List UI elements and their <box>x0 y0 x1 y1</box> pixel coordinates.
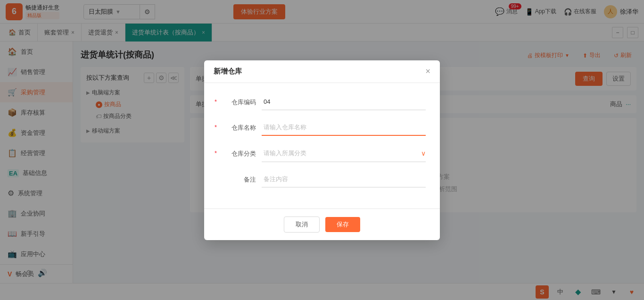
warehouse-name-input[interactable] <box>262 120 426 136</box>
new-warehouse-dialog: 新增仓库 × 仓库编码 仓库名称 仓库分类 ∨ <box>204 60 440 240</box>
warehouse-code-label: 仓库编码 <box>218 98 256 107</box>
warehouse-code-input[interactable] <box>262 94 426 110</box>
warehouse-category-row: 仓库分类 ∨ <box>218 145 426 162</box>
category-chevron-icon[interactable]: ∨ <box>421 150 426 157</box>
dialog-body: 仓库编码 仓库名称 仓库分类 ∨ 备注 <box>204 83 440 208</box>
dialog-title: 新增仓库 <box>214 67 242 76</box>
warehouse-category-label: 仓库分类 <box>218 150 256 158</box>
cancel-button[interactable]: 取消 <box>284 217 320 233</box>
dialog-footer: 取消 保存 <box>204 208 440 240</box>
warehouse-name-label: 仓库名称 <box>218 124 256 132</box>
save-button[interactable]: 保存 <box>325 217 360 232</box>
warehouse-code-row: 仓库编码 <box>218 94 426 110</box>
remark-row: 备注 <box>218 172 426 188</box>
remark-input[interactable] <box>262 172 426 188</box>
warehouse-name-row: 仓库名称 <box>218 120 426 136</box>
warehouse-category-select[interactable]: ∨ <box>262 145 426 162</box>
dialog-header: 新增仓库 × <box>204 60 440 83</box>
dialog-close-button[interactable]: × <box>425 67 430 75</box>
warehouse-category-input[interactable] <box>262 145 421 161</box>
modal-overlay: 新增仓库 × 仓库编码 仓库名称 仓库分类 ∨ <box>0 0 644 300</box>
remark-label: 备注 <box>218 175 256 184</box>
